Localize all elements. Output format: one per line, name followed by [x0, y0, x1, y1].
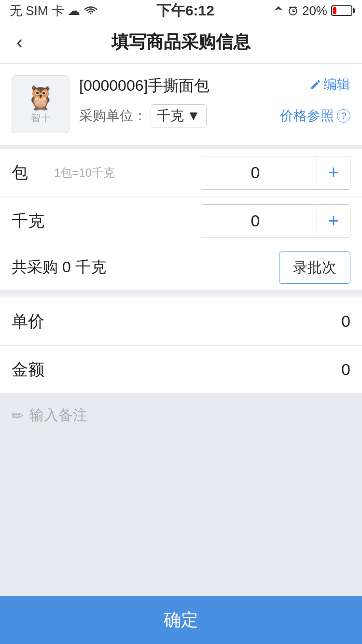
nav-bar: ‹ 填写商品采购信息: [0, 21, 362, 64]
status-bar: 无 SIM 卡 ☁ 下午6:12 20%: [0, 0, 362, 21]
status-right: 20%: [273, 3, 352, 18]
amount-value: 0: [341, 360, 350, 379]
page-title: 填写商品采购信息: [111, 30, 251, 54]
total-row: 共采购 0 千克 录批次: [0, 245, 362, 294]
unit-prefix: 采购单位：: [79, 107, 147, 125]
confirm-label: 确定: [164, 608, 198, 632]
batch-button[interactable]: 录批次: [279, 252, 350, 284]
product-name: [0000006]手撕面包: [79, 75, 209, 97]
edit-label: 编辑: [323, 75, 350, 94]
bag-label: 包: [12, 162, 50, 184]
back-button[interactable]: ‹: [12, 27, 28, 58]
price-ref-label: 价格参照: [280, 107, 334, 125]
kg-input[interactable]: [201, 204, 317, 238]
status-time: 下午6:12: [156, 1, 214, 21]
bag-sublabel: 1包=10千克: [54, 165, 115, 181]
kg-input-row: 千克 +: [0, 197, 362, 245]
amount-row: 金额 0: [0, 346, 362, 394]
location-icon: [273, 5, 284, 16]
product-image: 🦉 智十: [12, 75, 70, 133]
alarm-icon: [288, 5, 298, 16]
battery-indicator: [331, 5, 352, 16]
battery-percent: 20%: [302, 3, 327, 18]
product-header: [0000006]手撕面包 编辑: [79, 75, 350, 97]
product-card: 🦉 智十 [0000006]手撕面包 编辑 采购单位： 千克 ▼ 价格参照: [0, 64, 362, 149]
bag-input[interactable]: [201, 156, 317, 190]
sim-label: 无 SIM 卡 ☁: [10, 2, 80, 19]
confirm-button[interactable]: 确定: [0, 596, 362, 644]
product-image-sublabel: 智十: [31, 112, 50, 125]
input-section: 包 1包=10千克 + 千克 + 共采购 0 千克 录批次: [0, 149, 362, 294]
notes-placeholder: 输入备注: [29, 406, 87, 425]
kg-plus-button[interactable]: +: [317, 204, 350, 238]
unit-price-label: 单价: [12, 310, 44, 333]
unit-price-row: 单价 0: [0, 297, 362, 346]
wifi-icon: [84, 6, 97, 15]
notes-icon: ✏: [12, 407, 24, 424]
bag-plus-button[interactable]: +: [317, 156, 350, 190]
kg-label: 千克: [12, 210, 50, 232]
unit-value: 千克: [157, 107, 184, 125]
status-left: 无 SIM 卡 ☁: [10, 2, 97, 19]
price-ref-button[interactable]: 价格参照 ?: [280, 107, 350, 125]
bag-input-row: 包 1包=10千克 +: [0, 149, 362, 197]
unit-price-value: 0: [341, 312, 350, 331]
unit-select-dropdown[interactable]: 千克 ▼: [151, 104, 207, 127]
product-image-owl: 🦉: [26, 84, 55, 112]
amount-label: 金额: [12, 359, 44, 381]
bag-input-control: +: [201, 156, 350, 190]
help-icon: ?: [337, 109, 350, 123]
edit-icon: [310, 79, 321, 90]
product-unit-row: 采购单位： 千克 ▼ 价格参照 ?: [79, 104, 350, 127]
kg-input-control: +: [201, 204, 350, 238]
dropdown-icon: ▼: [187, 108, 200, 124]
notes-section[interactable]: ✏ 输入备注: [0, 394, 362, 437]
product-info: [0000006]手撕面包 编辑 采购单位： 千克 ▼ 价格参照 ?: [79, 75, 350, 127]
total-text: 共采购 0 千克: [12, 257, 106, 278]
unit-label: 采购单位： 千克 ▼: [79, 104, 207, 127]
info-section: 单价 0 金额 0: [0, 297, 362, 394]
edit-button[interactable]: 编辑: [310, 75, 350, 94]
